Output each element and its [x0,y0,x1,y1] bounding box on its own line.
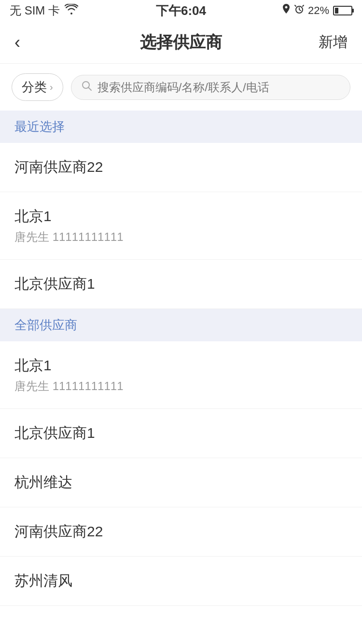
item-sub: 唐先生 11111111111 [14,378,348,394]
all-list-item[interactable]: 杭州维达 [0,458,362,507]
recent-list-item[interactable]: 北京供应商1 [0,260,362,309]
all-section-header: 全部供应商 [0,309,362,341]
search-input[interactable] [97,81,340,94]
search-box[interactable] [71,75,350,100]
item-name: 杭州维达 [14,473,348,492]
recent-list: 河南供应商22北京1唐先生 11111111111北京供应商1 [0,143,362,309]
search-icon [81,80,93,95]
chevron-right-icon: › [50,82,53,93]
battery-text: 22% [308,4,329,17]
all-list-item[interactable]: 北京1唐先生 11111111111 [0,341,362,409]
location-icon [282,4,291,17]
time-display: 下午6:04 [156,2,206,19]
item-sub: 唐先生 11111111111 [14,229,348,245]
back-button[interactable]: ‹ [14,32,43,53]
item-name: 河南供应商22 [14,522,348,542]
item-name: 河南供应商22 [14,157,348,177]
battery-icon [333,6,352,15]
item-name: 北京供应商1 [14,423,348,443]
all-list-item[interactable]: 苏州清风 [0,557,362,606]
all-list: 北京1唐先生 11111111111北京供应商1杭州维达河南供应商22苏州清风 [0,341,362,606]
item-name: 北京1 [14,207,348,226]
all-list-item[interactable]: 河南供应商22 [0,507,362,557]
add-button[interactable]: 新增 [319,32,348,52]
recent-list-item[interactable]: 河南供应商22 [0,143,362,192]
status-bar: 无 SIM 卡 下午6:04 22% [0,0,362,21]
page-title: 选择供应商 [140,31,222,54]
alarm-icon [294,4,304,17]
all-list-item[interactable]: 北京供应商1 [0,409,362,458]
category-label: 分类 [22,79,47,96]
status-right: 22% [282,4,352,17]
filter-bar: 分类 › [0,64,362,111]
status-left: 无 SIM 卡 [10,3,78,18]
item-name: 北京1 [14,356,348,376]
nav-bar: ‹ 选择供应商 新增 [0,21,362,64]
recent-section-title: 最近选择 [14,119,65,134]
all-section-title: 全部供应商 [14,318,77,332]
recent-list-item[interactable]: 北京1唐先生 11111111111 [0,192,362,260]
item-name: 北京供应商1 [14,274,348,294]
item-name: 苏州清风 [14,571,348,591]
recent-section-header: 最近选择 [0,111,362,143]
no-sim-text: 无 SIM 卡 [10,3,60,18]
category-button[interactable]: 分类 › [12,73,63,101]
wifi-icon [65,4,78,17]
